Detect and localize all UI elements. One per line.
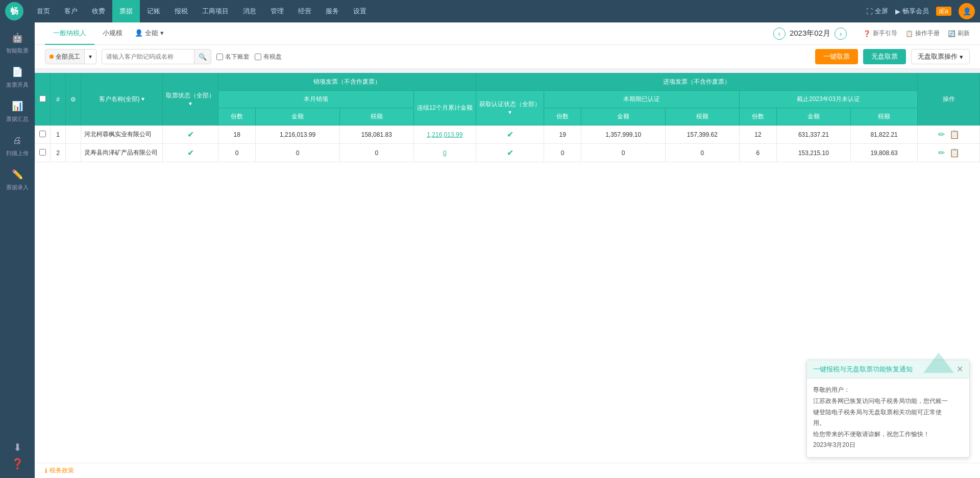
diskless-operation-btn[interactable]: 无盘取票操作 ▾ (911, 49, 970, 64)
th-action: 操作 (918, 73, 980, 125)
sidebar-download-icon[interactable]: ⬇ (13, 441, 22, 454)
row1-checkbox[interactable] (35, 125, 51, 144)
nav-item-service[interactable]: 服务 (318, 0, 346, 22)
row1-p-tax1: 157,399.62 (665, 125, 739, 144)
search-button[interactable]: 🔍 (194, 49, 211, 64)
user-avatar[interactable]: 👤 (959, 3, 975, 19)
row1-edit-icon[interactable]: ✏ (938, 130, 945, 139)
notif-line-3: 键登陆电子税务局与无盘取票相关功能可正常使 (813, 407, 963, 418)
manual-icon: 📋 (905, 30, 913, 37)
nav-item-client[interactable]: 客户 (57, 0, 85, 22)
employee-selector[interactable]: 全部员工 ▾ (45, 49, 96, 64)
tax-disk-checkbox[interactable] (255, 54, 261, 60)
row2-cert-icon: ✔ (507, 148, 513, 157)
chevron-down-icon: ▾ (160, 29, 164, 37)
row2-no: 2 (51, 144, 66, 162)
tax-policy-link[interactable]: 税务政策 (50, 466, 74, 475)
row2-copy-icon[interactable]: 📋 (949, 148, 960, 157)
row2-edit-icon[interactable]: ✏ (938, 148, 945, 157)
notification-body: 尊敬的用户： 江苏政务网已恢复访问电子税务局功能，您代账一 键登陆电子税务局与无… (807, 379, 969, 457)
manual-btn[interactable]: 📋 操作手册 (905, 29, 940, 38)
period-text: 2023年02月 (790, 29, 830, 38)
th-no: # (51, 73, 66, 125)
row2-cert-status: ✔ (476, 144, 544, 162)
tab-general-taxpayer[interactable]: 一般纳税人 (45, 22, 94, 45)
svg-marker-2 (923, 353, 954, 373)
row1-sales-amount: 1,216,013.99 (256, 125, 340, 144)
row1-cert-icon: ✔ (507, 130, 513, 139)
row1-no: 1 (51, 125, 66, 144)
tab-all-capable-icon: 👤 (135, 29, 143, 37)
row1-copy-icon[interactable]: 📋 (949, 130, 960, 139)
th-p-count1: 份数 (544, 108, 581, 125)
th-p-amount2: 金额 (777, 108, 851, 125)
table-body: 1 河北柯蓉枫实业有限公司 ✔ 18 1,216,013.99 158,081.… (35, 125, 980, 162)
period-next-btn[interactable]: › (835, 28, 847, 40)
refresh-icon: 🔄 (948, 30, 955, 37)
row1-cumulative-link[interactable]: 1,216,013.99 (427, 131, 462, 138)
checkbox-under-account[interactable]: 名下账套 (216, 53, 250, 61)
row2-checkbox[interactable] (35, 144, 51, 162)
question-icon: ❓ (863, 30, 871, 37)
sidebar-item-scan-upload[interactable]: 🖨 扫描上传 (2, 129, 33, 161)
member-btn[interactable]: ▶ 畅享会员 (895, 7, 929, 16)
employee-dot-label: 全部员工 (45, 49, 85, 64)
th-sales-amount: 金额 (256, 108, 340, 125)
row2-p-amount1: 0 (581, 144, 666, 162)
sidebar-item-summary[interactable]: 📊 票据汇总 (2, 95, 33, 127)
diskless-fetch-btn[interactable]: 无盘取票 (863, 49, 906, 64)
nav-item-tax[interactable]: 报税 (167, 0, 195, 22)
page-footer: ℹ 税务政策 (35, 463, 980, 478)
checkbox-tax-disk[interactable]: 有税盘 (255, 53, 282, 61)
smart-fetch-icon: 🤖 (10, 31, 24, 45)
notification-title: 一键报税与无盘取票功能恢复通知 (813, 365, 913, 374)
refresh-btn[interactable]: 🔄 刷新 (948, 29, 970, 38)
tab-all-capable[interactable]: 👤 全能 ▾ (131, 22, 168, 45)
sidebar-item-smart-fetch[interactable]: 🤖 智能取票 (2, 27, 33, 59)
row2-cumulative-link[interactable]: 0 (443, 149, 447, 157)
nav-item-bookkeeping[interactable]: 记账 (140, 0, 167, 22)
customer-filter-icon[interactable]: ▾ (141, 95, 144, 103)
row1-p-amount1: 1,357,999.10 (581, 125, 666, 144)
tabs-row: 一般纳税人 小规模 👤 全能 ▾ ‹ 2023年02月 › ❓ 新手引导 (35, 22, 980, 45)
th-cert-status: 获取认证状态（全部） ▾ (476, 91, 544, 125)
employee-dropdown-btn[interactable]: ▾ (85, 53, 96, 60)
th-cumulative: 连续12个月累计金额 (413, 91, 476, 125)
notification-close-btn[interactable]: ✕ (957, 364, 963, 374)
issue-invoice-icon: 📄 (10, 65, 24, 79)
nav-item-management[interactable]: 管理 (263, 0, 291, 22)
select-all-checkbox[interactable] (39, 95, 46, 102)
nav-item-message[interactable]: 消息 (236, 0, 263, 22)
tab-small-scale[interactable]: 小规模 (94, 22, 131, 45)
sidebar-help-icon[interactable]: ❓ (11, 458, 24, 470)
search-input[interactable] (102, 53, 194, 60)
period-navigation: ‹ 2023年02月 › (773, 28, 847, 40)
row1-cumulative[interactable]: 1,216,013.99 (413, 125, 476, 144)
row2-sales-tax: 0 (339, 144, 413, 162)
one-click-fetch-btn[interactable]: 一键取票 (815, 49, 858, 64)
nav-item-operation[interactable]: 经营 (291, 0, 318, 22)
nav-item-invoice[interactable]: 票据 (112, 0, 140, 22)
nav-item-settings[interactable]: 设置 (346, 0, 374, 22)
period-prev-btn[interactable]: ‹ (773, 28, 786, 40)
nav-item-home[interactable]: 首页 (30, 0, 57, 22)
fullscreen-btn[interactable]: ⛶ 全屏 (866, 7, 888, 16)
new-guide-btn[interactable]: ❓ 新手引导 (863, 29, 897, 38)
row1-cert-status: ✔ (476, 125, 544, 144)
row2-customer: 灵寿县尚泽矿产品有限公司 (81, 144, 163, 162)
sidebar-item-data-entry[interactable]: ✏️ 票据录入 (2, 163, 33, 195)
tabs-right-tools: ❓ 新手引导 📋 操作手册 🔄 刷新 (863, 29, 970, 38)
under-account-checkbox[interactable] (216, 54, 223, 60)
nav-item-business[interactable]: 工商项目 (195, 0, 236, 22)
table-row: 2 灵寿县尚泽矿产品有限公司 ✔ 0 0 0 0 ✔ 0 0 0 6 153,2… (35, 144, 980, 162)
th-this-period-purchase: 本期期已认证 (544, 91, 740, 108)
nav-item-fees[interactable]: 收费 (85, 0, 112, 22)
app-logo[interactable]: 畅 (5, 2, 23, 20)
cert-filter-icon[interactable]: ▾ (508, 109, 511, 116)
status-filter-icon[interactable]: ▾ (189, 100, 192, 107)
row1-actions: ✏ 📋 (918, 125, 980, 144)
row2-cumulative[interactable]: 0 (413, 144, 476, 162)
scan-upload-icon: 🖨 (10, 133, 24, 147)
sidebar-item-issue-invoice[interactable]: 📄 发票开具 (2, 61, 33, 93)
th-p-amount1: 金额 (581, 108, 666, 125)
